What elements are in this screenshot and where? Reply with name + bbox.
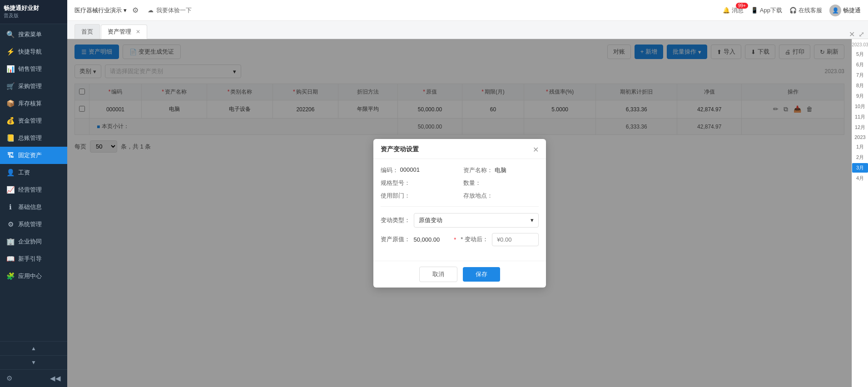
sidebar-icon: 🛒 <box>6 82 15 90</box>
save-btn[interactable]: 保存 <box>463 267 500 282</box>
calendar-month-5月[interactable]: 5月 <box>852 50 868 59</box>
dialog-info-grid: 编码： 000001 资产名称： 电脑 规格型号： <box>381 166 539 200</box>
sidebar-item-系统管理[interactable]: ⚙系统管理 <box>0 216 67 233</box>
collapse-icon[interactable]: ◀◀ <box>50 374 61 382</box>
tab-home-label: 首页 <box>81 28 93 36</box>
calendar-month-8月[interactable]: 8月 <box>852 81 868 90</box>
sidebar-item-label: 企业协同 <box>18 238 42 246</box>
sidebar-icon: 👤 <box>6 169 15 177</box>
sidebar-header: 畅捷通好业财 普及版 <box>0 0 67 24</box>
sidebar: 畅捷通好业财 普及版 🔍搜索菜单⚡快捷导航📊销售管理🛒采购管理📦库存核算💰资金管… <box>0 0 67 387</box>
settings-gear-icon[interactable]: ⚙ <box>132 6 139 15</box>
calendar-month-2月[interactable]: 2月 <box>852 153 868 162</box>
sidebar-item-label: 系统管理 <box>18 220 42 228</box>
cancel-btn[interactable]: 取消 <box>419 267 457 282</box>
dialog-divider <box>381 206 539 207</box>
sidebar-item-基础信息[interactable]: ℹ基础信息 <box>0 198 67 216</box>
change-type-select[interactable]: 原值变动 ▾ <box>414 213 539 228</box>
dialog-code: 编码： 000001 <box>381 166 456 174</box>
sidebar-item-采购管理[interactable]: 🛒采购管理 <box>0 78 67 95</box>
sidebar-scroll-down[interactable]: ▼ <box>30 358 37 367</box>
sidebar-nav: 🔍搜索菜单⚡快捷导航📊销售管理🛒采购管理📦库存核算💰资金管理📒总账管理🏗固定资产… <box>0 24 67 341</box>
tab-asset-management[interactable]: 资产管理 ✕ <box>101 25 147 39</box>
window-close-btn[interactable]: ✕ <box>849 30 855 39</box>
sidebar-item-固定资产[interactable]: 🏗固定资产 <box>0 147 67 164</box>
dialog-dept: 使用部门： <box>381 192 456 200</box>
dialog-location: 存放地点： <box>463 192 539 200</box>
original-value-label: 资产原值： <box>381 235 410 243</box>
dialog-header: 资产变动设置 ✕ <box>373 139 546 159</box>
online-service-btn[interactable]: 🎧 在线客服 <box>789 6 822 15</box>
notification-btn[interactable]: 🔔 消息 99+ <box>723 6 744 15</box>
sidebar-item-label: 采购管理 <box>18 82 42 90</box>
dialog-body: 编码： 000001 资产名称： 电脑 规格型号： <box>373 159 546 261</box>
dialog-close-btn[interactable]: ✕ <box>533 145 539 154</box>
tab-asset-label: 资产管理 <box>108 28 131 36</box>
sidebar-item-label: 总账管理 <box>18 134 42 142</box>
calendar-month-4月[interactable]: 4月 <box>852 174 868 183</box>
dialog-change-type-row: 变动类型： 原值变动 ▾ <box>381 213 539 228</box>
content-area: ☰ 资产明细 📄 变更生成凭证 对账 + 新增 批量操作 ▾ <box>67 39 868 387</box>
settings-icon[interactable]: ⚙ <box>6 374 12 382</box>
dialog-spec: 规格型号： <box>381 179 456 187</box>
after-change-input[interactable] <box>492 233 539 246</box>
app-download-btn[interactable]: 📱 App下载 <box>751 6 782 15</box>
sidebar-item-label: 搜索菜单 <box>18 30 42 39</box>
sidebar-icon: 📖 <box>6 255 15 263</box>
sidebar-item-销售管理[interactable]: 📊销售管理 <box>0 60 67 78</box>
sidebar-icon: ℹ <box>6 203 15 211</box>
change-type-value: 原值变动 <box>419 216 442 224</box>
topbar-right: 🔔 消息 99+ 📱 App下载 🎧 在线客服 👤 畅捷通 <box>723 5 861 16</box>
sidebar-item-label: 资金管理 <box>18 117 42 125</box>
headset-icon: 🎧 <box>789 7 797 14</box>
change-type-label: 变动类型： <box>381 216 410 224</box>
content-main: ☰ 资产明细 📄 变更生成凭证 对账 + 新增 批量操作 ▾ <box>67 39 852 387</box>
calendar-month-1月[interactable]: 1月 <box>852 142 868 152</box>
calendar-month-6月[interactable]: 6月 <box>852 60 868 69</box>
sidebar-item-应用中心[interactable]: 🧩应用中心 <box>0 268 67 285</box>
sidebar-footer: ⚙ ◀◀ <box>0 369 67 387</box>
avatar: 👤 <box>829 5 841 16</box>
mobile-icon: 📱 <box>751 7 758 14</box>
sidebar-item-label: 经营管理 <box>18 186 42 194</box>
asset-change-dialog: 资产变动设置 ✕ 编码： 000001 资产名称： <box>373 139 546 288</box>
sidebar-item-经营管理[interactable]: 📈经营管理 <box>0 181 67 198</box>
sidebar-item-快捷导航[interactable]: ⚡快捷导航 <box>0 43 67 60</box>
calendar-month-11月[interactable]: 11月 <box>852 112 868 122</box>
window-expand-btn[interactable]: ⤢ <box>858 30 864 39</box>
sidebar-item-label: 新手引导 <box>18 255 42 263</box>
dialog-footer: 取消 保存 <box>373 261 546 288</box>
sidebar-item-label: 库存核算 <box>18 99 42 108</box>
calendar-month-3月[interactable]: 3月 <box>852 163 868 173</box>
dialog-asset-name: 资产名称： 电脑 <box>463 166 539 174</box>
company-dropdown-icon: ▾ <box>124 7 127 14</box>
calendar-month-10月[interactable]: 10月 <box>852 102 868 111</box>
sidebar-item-搜索菜单[interactable]: 🔍搜索菜单 <box>0 26 67 43</box>
company-name: 医疗器械行业演示 <box>74 6 122 15</box>
sidebar-item-库存核算[interactable]: 📦库存核算 <box>0 95 67 112</box>
sidebar-item-资金管理[interactable]: 💰资金管理 <box>0 112 67 129</box>
notification-badge: 99+ <box>736 3 748 9</box>
calendar-strip: 2023.035月6月7月8月9月10月11月12月20231月2月3月4月 <box>852 39 868 387</box>
modal-overlay: 资产变动设置 ✕ 编码： 000001 资产名称： <box>67 39 852 387</box>
sidebar-icon: 🏗 <box>6 151 15 159</box>
calendar-month-2023[interactable]: 2023 <box>852 133 868 141</box>
calendar-month-7月[interactable]: 7月 <box>852 70 868 80</box>
experience-btn[interactable]: ☁ 我要体验一下 <box>148 6 192 15</box>
tab-home[interactable]: 首页 <box>74 24 100 39</box>
change-type-dropdown-icon: ▾ <box>531 217 534 223</box>
sidebar-item-企业协同[interactable]: 🏢企业协同 <box>0 233 67 250</box>
calendar-month-12月[interactable]: 12月 <box>852 123 868 132</box>
calendar-month-9月[interactable]: 9月 <box>852 91 868 101</box>
sidebar-item-工资[interactable]: 👤工资 <box>0 164 67 181</box>
user-menu[interactable]: 👤 畅捷通 <box>829 5 861 16</box>
company-selector[interactable]: 医疗器械行业演示 ▾ <box>74 6 127 15</box>
app-version: 普及版 <box>4 12 39 19</box>
sidebar-item-新手引导[interactable]: 📖新手引导 <box>0 250 67 268</box>
tab-close-icon[interactable]: ✕ <box>136 29 140 35</box>
sidebar-icon: 💰 <box>6 117 15 125</box>
sidebar-scroll-up[interactable]: ▲ <box>30 344 37 352</box>
sidebar-item-总账管理[interactable]: 📒总账管理 <box>0 129 67 147</box>
sidebar-item-label: 固定资产 <box>18 151 42 159</box>
user-name: 畅捷通 <box>843 6 861 15</box>
